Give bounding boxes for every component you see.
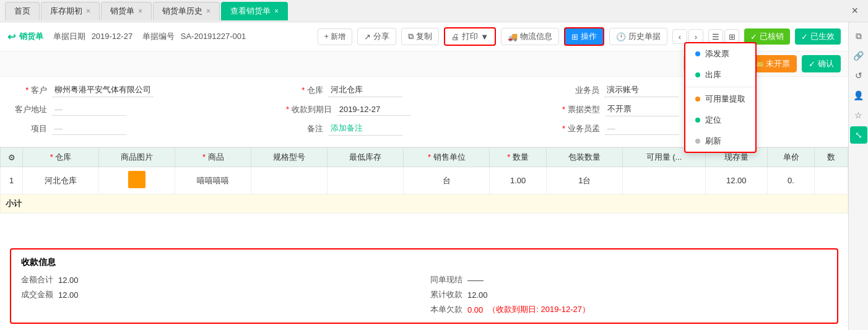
share-icon: ↗ bbox=[364, 32, 371, 41]
user-sidebar-icon[interactable]: 👤 bbox=[850, 87, 867, 104]
same-order-row: 同单现结 —— bbox=[430, 274, 827, 285]
expand-sidebar-icon[interactable]: ⤡ bbox=[850, 126, 867, 144]
arrears-note: （收款到期日: 2019-12-27） bbox=[488, 304, 590, 315]
doc-date-value: 2019-12-27 bbox=[92, 32, 133, 41]
warehouse-value: 河北仓库 bbox=[328, 83, 402, 97]
operation-dropdown: 添发票 出库 可用量提取 定位 刷新 bbox=[684, 42, 757, 153]
ticket-value: 不开票 bbox=[605, 102, 679, 116]
row-product: 嘻嘻嘻嘻 bbox=[175, 167, 251, 194]
tab-sales-history-label: 销货单历史 bbox=[162, 6, 202, 17]
warehouse-label: 仓库 bbox=[286, 85, 323, 96]
address-label: 客户地址 bbox=[10, 104, 47, 115]
history-button[interactable]: 🕐 历史单据 bbox=[609, 28, 667, 45]
remark-group: 备注 添加备注 bbox=[286, 121, 562, 136]
col-min-stock: 最低库存 bbox=[328, 148, 404, 167]
operation-button[interactable]: ⊞ 操作 bbox=[564, 27, 604, 46]
row-quantity: 1.00 bbox=[490, 167, 547, 194]
col-subtotal: 数 bbox=[815, 148, 848, 167]
extract-dot bbox=[695, 97, 700, 102]
tab-inventory-init-label: 库存期初 bbox=[50, 6, 82, 17]
tab-home[interactable]: 首页 bbox=[5, 2, 40, 20]
project-group: 项目 — bbox=[10, 123, 286, 135]
cumulative-label: 累计收款 bbox=[430, 289, 462, 300]
row-pack-qty: 1台 bbox=[547, 167, 623, 194]
add-invoice-item[interactable]: 添发票 bbox=[685, 43, 755, 64]
address-value: — bbox=[52, 103, 126, 116]
star-sidebar-icon[interactable]: ☆ bbox=[850, 106, 867, 124]
check-icon: ✓ bbox=[750, 32, 757, 41]
copy-button[interactable]: ⧉ 复制 bbox=[401, 28, 439, 45]
print-dropdown-arrow: ▼ bbox=[480, 32, 488, 41]
row-price: 0. bbox=[767, 167, 815, 194]
print-button[interactable]: 🖨 打印 ▼ bbox=[444, 27, 496, 46]
row-spec bbox=[251, 167, 328, 194]
cumulative-value: 12.00 bbox=[467, 290, 488, 300]
row-index: 1 bbox=[1, 167, 23, 194]
tab-inventory-init[interactable]: 库存期初 × bbox=[41, 2, 100, 20]
tab-view-sales[interactable]: 查看销货单 × bbox=[221, 2, 288, 20]
tab-inventory-init-close[interactable]: × bbox=[86, 7, 90, 15]
doc-number-label: 单据编号 SA-20191227-001 bbox=[142, 31, 246, 42]
share-button[interactable]: ↗ 分享 bbox=[357, 28, 396, 45]
doc-actions: + 新增 ↗ 分享 ⧉ 复制 🖨 打印 ▼ 🚚 物流信息 bbox=[318, 27, 841, 46]
col-spec: 规格型号 bbox=[251, 148, 328, 167]
doc-meta: 单据日期 2019-12-27 单据编号 SA-20191227-001 bbox=[53, 31, 246, 42]
project-value: — bbox=[52, 123, 126, 135]
tab-sales-history[interactable]: 销货单历史 × bbox=[153, 2, 220, 20]
subtotal-row: 小计 bbox=[1, 194, 848, 214]
transaction-amount-row: 成交金额 12.00 bbox=[21, 289, 418, 300]
col-product: 商品 bbox=[175, 148, 251, 167]
copy-sidebar-icon[interactable]: ⧉ bbox=[850, 27, 867, 45]
col-quantity: 数量 bbox=[490, 148, 547, 167]
dropdown-divider1 bbox=[685, 87, 755, 87]
new-button[interactable]: + 新增 bbox=[318, 28, 352, 45]
remark-label: 备注 bbox=[286, 123, 323, 134]
cumulative-row: 累计收款 12.00 bbox=[430, 289, 827, 300]
col-settings[interactable]: ⚙ bbox=[1, 148, 23, 167]
row-min-stock bbox=[328, 167, 404, 194]
tab-sales-order-close[interactable]: × bbox=[138, 7, 142, 15]
customer-value: 柳州粤港平安气体有限公司 bbox=[52, 83, 154, 97]
info-grid: 金额合计 12.00 同单现结 —— 成交金额 12.00 累计收款 12.00… bbox=[21, 274, 827, 315]
confirm-button[interactable]: ✓ 确认 bbox=[802, 55, 841, 72]
same-order-value: —— bbox=[467, 276, 484, 285]
staff-value: 演示账号 bbox=[604, 83, 679, 97]
ticket-label: 票据类型 bbox=[562, 104, 600, 115]
effective-button[interactable]: ✓ 已生效 bbox=[795, 28, 841, 45]
tab-sales-order-label: 销货单 bbox=[110, 6, 134, 17]
outbound-label: 出库 bbox=[705, 69, 721, 80]
tab-sales-order[interactable]: 销货单 × bbox=[101, 2, 152, 20]
doc-title: ↩ 销货单 bbox=[7, 31, 43, 43]
warehouse-group: 仓库 河北仓库 bbox=[286, 83, 562, 97]
tab-bar: 首页 库存期初 × 销货单 × 销货单历史 × 查看销货单 × × bbox=[0, 0, 868, 22]
sales-staff-value: — bbox=[605, 123, 679, 135]
outbound-item[interactable]: 出库 bbox=[685, 64, 755, 85]
tab-view-sales-close[interactable]: × bbox=[274, 7, 279, 15]
extract-label: 可用量提取 bbox=[705, 93, 745, 105]
customer-label: 客户 bbox=[10, 85, 47, 96]
doc-type-label: 销货单 bbox=[19, 31, 43, 42]
table-row: 1 河北仓库 嘻嘻嘻嘻 台 1.00 1台 12.00 0. bbox=[1, 167, 848, 194]
row-warehouse: 河北仓库 bbox=[23, 167, 99, 194]
rotate-sidebar-icon[interactable]: ↺ bbox=[850, 67, 867, 84]
tab-sales-history-close[interactable]: × bbox=[206, 7, 210, 15]
refresh-item[interactable]: 刷新 bbox=[685, 131, 755, 152]
items-table: ⚙ 仓库 商品图片 商品 规格型号 最低库存 销售单位 数量 包装数量 可用量 … bbox=[0, 147, 848, 214]
sales-staff-label: 业务员孟 bbox=[562, 123, 600, 134]
check-icon2: ✓ bbox=[801, 32, 808, 41]
row-current: 12.00 bbox=[705, 167, 767, 194]
print-icon: 🖨 bbox=[451, 32, 459, 41]
window-close-button[interactable]: × bbox=[846, 4, 863, 17]
row-image bbox=[99, 167, 175, 194]
add-remark-btn[interactable]: 添加备注 bbox=[328, 121, 402, 136]
copy-icon: ⧉ bbox=[408, 32, 414, 41]
extract-item[interactable]: 可用量提取 bbox=[685, 89, 755, 110]
locate-item[interactable]: 定位 bbox=[685, 110, 755, 131]
tab-home-label: 首页 bbox=[14, 6, 30, 17]
logistics-button[interactable]: 🚚 物流信息 bbox=[501, 28, 559, 45]
project-label: 项目 bbox=[10, 123, 47, 134]
locate-label: 定位 bbox=[705, 115, 721, 126]
link-sidebar-icon[interactable]: 🔗 bbox=[850, 47, 867, 64]
customer-group: 客户 柳州粤港平安气体有限公司 bbox=[10, 83, 286, 97]
collection-info-title: 收款信息 bbox=[21, 257, 827, 268]
